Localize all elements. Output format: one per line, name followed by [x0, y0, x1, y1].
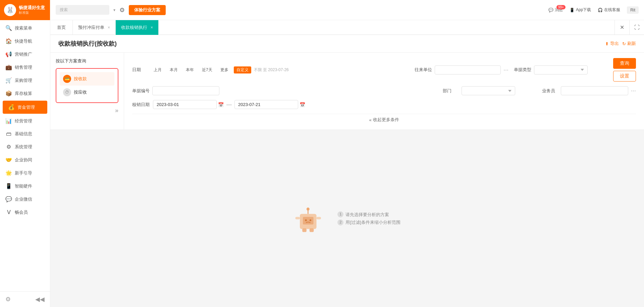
sidebar-item-6[interactable]: 💰资金管理 — [3, 101, 47, 114]
sidebar-icon-8: 🗃 — [5, 131, 12, 137]
sidebar-item-13[interactable]: 💬企业微信 — [0, 193, 50, 206]
sidebar-label-3: 销售管理 — [15, 64, 32, 70]
custom-date-btn[interactable]: 自定义 — [234, 66, 251, 73]
writeoff-date-end-cal-icon[interactable]: 📅 — [300, 102, 305, 107]
sidebar-item-10[interactable]: 🤝企业协同 — [0, 153, 50, 166]
svg-rect-7 — [317, 217, 321, 219]
doc-no-label: 单据编号 — [132, 88, 150, 94]
sidebar-item-0[interactable]: 🔍搜索菜单 — [0, 21, 50, 35]
filter-left-title: 按以下方案查询 — [56, 58, 118, 64]
topbar-gear-icon[interactable]: ⚙ — [119, 6, 125, 14]
collapse-sidebar-icon[interactable]: ◀◀ — [35, 296, 45, 303]
payment-option-icon: 💳 — [63, 75, 71, 83]
app-icon: 📱 — [570, 8, 575, 12]
page-content: 收款核销执行(按收款) ⬆ 导出 ↻ 刷新 按以下方案查询 💳 — [50, 35, 644, 307]
date-label: 日期 — [132, 67, 148, 73]
partner-ellipsis-icon[interactable]: ··· — [503, 66, 508, 73]
sidebar-label-13: 企业微信 — [15, 196, 32, 202]
tab2-close-icon[interactable]: × — [151, 25, 153, 30]
sidebar-label-0: 搜索菜单 — [15, 25, 32, 31]
staff-ellipsis-icon[interactable]: ··· — [631, 87, 636, 94]
online-service-button[interactable]: 🎧 在线客服 — [598, 7, 620, 13]
page-header: 收款核销执行(按收款) ⬆ 导出 ↻ 刷新 — [50, 35, 644, 53]
close-tab-icon[interactable]: ✕ — [614, 20, 629, 35]
sidebar-bottom: ⚙ ◀◀ — [0, 291, 50, 307]
setting-button[interactable]: 设置 — [613, 71, 636, 82]
sidebar-icon-5: 📦 — [5, 90, 12, 97]
writeoff-date-end-input[interactable] — [234, 100, 298, 109]
svg-rect-1 — [303, 217, 314, 225]
svg-point-3 — [310, 219, 311, 221]
staff-input[interactable] — [561, 86, 628, 95]
sidebar-item-4[interactable]: 🛒采购管理 — [0, 74, 50, 87]
sidebar-label-6: 资金管理 — [17, 104, 35, 110]
collapse-left-panel-icon[interactable]: » — [56, 107, 118, 114]
sidebar-menu: 🔍搜索菜单🏠快捷导航📢营销推广💼销售管理🛒采购管理📦库存核算💰资金管理📊经营管理… — [0, 20, 50, 291]
partner-label: 往来单位 — [415, 67, 432, 73]
tab-home[interactable]: 首页 — [50, 20, 73, 35]
svg-rect-9 — [310, 228, 314, 232]
more-date-btn[interactable]: 更多 — [218, 66, 231, 73]
query-actions: 查询 设置 — [613, 58, 636, 82]
doc-type-field: 单据类型 — [514, 65, 608, 74]
writeoff-date-start-cal-icon[interactable]: 📅 — [218, 102, 224, 107]
sidebar-item-8[interactable]: 🗃基础信息 — [0, 127, 50, 140]
tab-writeoff[interactable]: 收款核销执行 × — [116, 20, 159, 35]
sidebar-item-14[interactable]: Ⅴ畅会员 — [0, 206, 50, 219]
this-year-btn[interactable]: 本年 — [183, 66, 197, 73]
hint-1-num: 1 — [337, 211, 343, 217]
this-month-btn[interactable]: 本月 — [167, 66, 180, 73]
query-button[interactable]: 查询 — [613, 58, 636, 69]
sidebar-item-9[interactable]: ⚙系统管理 — [0, 140, 50, 153]
logo-icon: 🐰 — [4, 4, 16, 16]
sidebar-item-2[interactable]: 📢营销推广 — [0, 48, 50, 61]
sidebar-icon-13: 💬 — [5, 196, 12, 202]
empty-hint-2: 2 用[过滤]条件来缩小分析范围 — [337, 218, 400, 226]
date-range-separator: — — [226, 102, 232, 108]
empty-text: 1 请先选择要分析的方案 2 用[过滤]条件来缩小分析范围 — [337, 211, 400, 226]
sidebar-label-8: 基础信息 — [15, 131, 32, 137]
topbar: 搜索 ▾ ⚙ 体验行业方案 💬 消息 99+ 📱 App下载 🎧 在线客服 Ri… — [50, 0, 644, 20]
export-icon: ⬆ — [605, 41, 609, 46]
sidebar-item-7[interactable]: 📊经营管理 — [0, 114, 50, 127]
sidebar-item-5[interactable]: 📦库存核算 — [0, 87, 50, 100]
sidebar-item-11[interactable]: 🌟新手引导 — [0, 166, 50, 180]
message-badge: 99+ — [556, 5, 566, 9]
app-download-button[interactable]: 📱 App下载 — [570, 7, 591, 13]
service-icon: 🎧 — [598, 8, 603, 12]
solution-button[interactable]: 体验行业方案 — [129, 5, 166, 15]
last-month-btn[interactable]: 上月 — [151, 66, 164, 73]
main-content: 搜索 ▾ ⚙ 体验行业方案 💬 消息 99+ 📱 App下载 🎧 在线客服 Ri… — [50, 0, 644, 307]
hint-2-num: 2 — [337, 219, 343, 225]
sidebar-icon-14: Ⅴ — [5, 209, 12, 215]
filter-by-receivable-option[interactable]: ⏱ 按应收 — [60, 86, 114, 99]
svg-point-2 — [305, 219, 307, 221]
settings-icon[interactable]: ⚙ — [5, 296, 11, 303]
filter-by-payment-option[interactable]: 💳 按收款 — [60, 72, 114, 86]
partner-input[interactable] — [435, 65, 501, 74]
refresh-icon: ↻ — [622, 41, 626, 46]
user-menu[interactable]: Rit — [627, 6, 639, 14]
expand-tab-icon[interactable]: ⛶ — [629, 20, 644, 35]
dept-select[interactable] — [462, 86, 515, 95]
filter-row-1: 日期 上月 本月 本年 近7天 更多 自定义 不限 至 2023-07-26 — [132, 58, 636, 82]
sidebar-label-4: 采购管理 — [15, 78, 32, 84]
sidebar-icon-2: 📢 — [5, 51, 12, 57]
doc-no-input[interactable] — [152, 86, 219, 95]
writeoff-date-start-input[interactable] — [153, 100, 217, 109]
doc-type-select[interactable] — [534, 65, 588, 74]
refresh-button[interactable]: ↻ 刷新 — [622, 41, 636, 47]
sidebar-item-1[interactable]: 🏠快捷导航 — [0, 35, 50, 48]
tab1-close-icon[interactable]: × — [108, 25, 110, 30]
filter-right-panel: 日期 上月 本月 本年 近7天 更多 自定义 不限 至 2023-07-26 — [124, 53, 644, 130]
sidebar-item-12[interactable]: 📱智能硬件 — [0, 180, 50, 193]
doc-type-label: 单据类型 — [514, 67, 531, 73]
export-button[interactable]: ⬆ 导出 — [605, 41, 619, 47]
message-button[interactable]: 💬 消息 99+ — [548, 7, 563, 13]
sidebar-label-1: 快捷导航 — [15, 38, 32, 44]
tab-prepay[interactable]: 预付冲应付单 × — [73, 20, 116, 35]
seven-days-btn[interactable]: 近7天 — [199, 66, 215, 73]
topbar-chevron-icon[interactable]: ▾ — [113, 8, 115, 12]
collapse-more-button[interactable]: « 收起更多条件 — [369, 117, 399, 123]
sidebar-item-3[interactable]: 💼销售管理 — [0, 61, 50, 74]
